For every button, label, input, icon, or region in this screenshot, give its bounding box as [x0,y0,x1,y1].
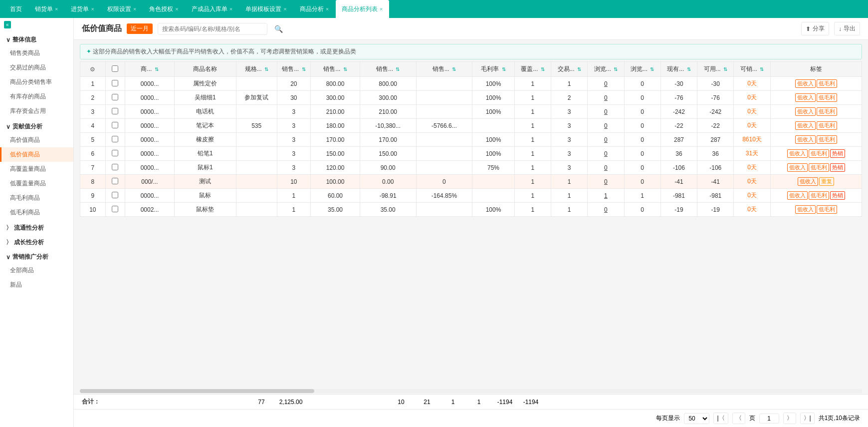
cell-check[interactable] [105,175,125,189]
cell-sales-qty: 3 [277,161,311,175]
scrollbar-thumb[interactable] [80,389,314,393]
next-page-button[interactable]: 〉 [783,413,796,424]
table-row: 9 0000... 鼠标 1 60.00 -98.91 -164.85% 1 1… [80,189,862,203]
sidebar-item-new-goods[interactable]: 新品 [0,278,73,292]
nav-product-analysis-list-close[interactable]: × [380,6,383,12]
cell-browse1[interactable]: 1 [588,189,624,203]
cell-browse2: 0 [624,203,660,217]
nav-purchase-close[interactable]: × [91,6,94,12]
nav-product-storage-close[interactable]: × [229,6,232,12]
cell-tags: 低收入低毛利 [770,203,862,217]
sidebar-group-overall[interactable]: ∨ 整体信息 [0,31,73,46]
export-button[interactable]: ↓ 导出 [834,22,860,35]
sidebar-item-low-margin[interactable]: 低毛利商品 [0,205,73,220]
cell-browse1[interactable]: 0 [588,161,624,175]
cell-sales3 [416,203,472,217]
search-input[interactable] [158,23,267,35]
row-checkbox[interactable] [112,206,118,212]
row-checkbox[interactable] [112,150,118,156]
nav-role[interactable]: 角色授权 × [143,0,184,18]
sidebar-item-category-sales-rate[interactable]: 商品分类销售率 [0,75,73,89]
sidebar-item-traded-goods[interactable]: 交易过的商品 [0,60,73,75]
summary-sales-qty: 77 [249,399,273,406]
sidebar-group-marketing[interactable]: ∨ 营销推广分析 [0,249,73,263]
cell-name: 鼠标 [174,189,236,203]
cell-check[interactable] [105,189,125,203]
cell-browse1[interactable]: 0 [588,203,624,217]
row-checkbox[interactable] [112,136,118,142]
cell-no: 3 [80,105,106,119]
nav-permission[interactable]: 权限设置 × [101,0,142,18]
row-checkbox[interactable] [112,164,118,170]
cell-check[interactable] [105,91,125,105]
sidebar-group-contribution[interactable]: ∨ 贡献值分析 [0,118,73,133]
col-gear[interactable]: ⚙ [80,62,106,77]
nav-product-storage[interactable]: 产成品入库单 × [186,0,238,18]
cell-check[interactable] [105,133,125,147]
horizontal-scrollbar[interactable] [80,389,862,393]
cell-check[interactable] [105,203,125,217]
sidebar-item-stock-capital[interactable]: 库存资金占用 [0,104,73,118]
cell-sell: 0天 [734,203,770,217]
sidebar-item-low-value[interactable]: 低价值商品 [0,147,73,162]
cell-sales-amt: 300.00 [311,91,360,105]
cell-check[interactable] [105,161,125,175]
cell-browse1[interactable]: 0 [588,119,624,133]
nav-permission-close[interactable]: × [133,6,136,12]
last-page-button[interactable]: 〉| [800,413,815,424]
cell-check[interactable] [105,147,125,161]
cell-check[interactable] [105,105,125,119]
sidebar-item-all-goods[interactable]: 全部商品 [0,263,73,278]
prev-page-button[interactable]: 〈 [732,413,745,424]
row-checkbox[interactable] [112,108,118,114]
nav-product-analysis-close[interactable]: × [326,6,329,12]
sidebar-group-circulation[interactable]: 〉 流通性分析 [0,220,73,234]
sidebar-item-high-coverage[interactable]: 高覆盖量商品 [0,162,73,176]
table-container[interactable]: ⚙ 商... ⇅ 商品名称 规格... ⇅ 销售... ⇅ 销售... ⇅ 销售… [80,61,862,388]
cell-browse2: 0 [624,133,660,147]
col-check[interactable] [105,62,125,77]
row-checkbox[interactable] [112,178,118,184]
first-page-button[interactable]: |〈 [713,413,728,424]
select-all-checkbox[interactable] [112,65,118,72]
nav-template-close[interactable]: × [283,6,286,12]
search-icon[interactable]: 🔍 [274,25,283,33]
page-number-input[interactable] [759,414,779,424]
sidebar-item-sales-goods[interactable]: 销售类商品 [0,46,73,60]
cell-check[interactable] [105,77,125,91]
nav-role-close[interactable]: × [175,6,178,12]
sidebar-item-high-margin[interactable]: 高毛利商品 [0,191,73,205]
cell-browse1[interactable]: 0 [588,147,624,161]
nav-purchase[interactable]: 进货单 × [65,0,100,18]
nav-sales-close[interactable]: × [55,6,58,12]
cell-sales3 [416,77,472,91]
cell-name: 测试 [174,175,236,189]
cell-browse1[interactable]: 0 [588,133,624,147]
nav-product-analysis-list[interactable]: 商品分析列表 × [336,0,389,18]
nav-template[interactable]: 单据模板设置 × [239,0,292,18]
sidebar-collapse-btn[interactable]: « [4,21,11,28]
sidebar-group-growth[interactable]: 〉 成长性分析 [0,234,73,249]
row-checkbox[interactable] [112,122,118,128]
cell-check[interactable] [105,119,125,133]
nav-home[interactable]: 首页 [4,0,28,18]
row-checkbox[interactable] [112,80,118,86]
row-checkbox[interactable] [112,192,118,198]
row-checkbox[interactable] [112,94,118,100]
cell-browse1[interactable]: 0 [588,77,624,91]
page-size-select[interactable]: 50 100 200 [684,413,709,424]
cell-spec [236,105,277,119]
sidebar-item-high-value[interactable]: 高价值商品 [0,133,73,147]
share-button[interactable]: ⬆ 分享 [801,22,829,35]
nav-product-analysis[interactable]: 商品分析 × [294,0,335,18]
nav-sales[interactable]: 销货单 × [29,0,64,18]
cell-browse1[interactable]: 0 [588,105,624,119]
sidebar-item-stocked-goods[interactable]: 有库存的商品 [0,89,73,104]
table-row: 4 0000... 笔记本 535 3 180.00 -10,380... -5… [80,119,862,133]
cell-browse1[interactable]: 0 [588,175,624,189]
time-tag-button[interactable]: 近一月 [127,23,153,34]
cell-sales3 [416,133,472,147]
cell-stock: -242 [660,105,697,119]
sidebar-item-low-coverage[interactable]: 低覆盖量商品 [0,176,73,191]
cell-browse1[interactable]: 0 [588,91,624,105]
